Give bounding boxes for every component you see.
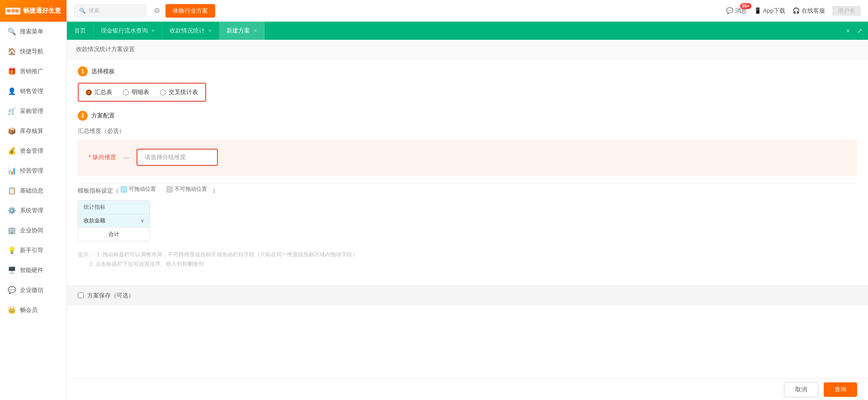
tab-bank-flow[interactable]: 现金银行流水查询×	[94, 22, 162, 40]
cancel-button[interactable]: 取消	[784, 382, 818, 397]
message-item[interactable]: 💬 消息 99+	[726, 7, 747, 15]
tab-close-bank-flow[interactable]: ×	[151, 28, 155, 34]
basic-info-label: 基础信息	[20, 187, 43, 195]
basic-info-icon: 📋	[7, 186, 16, 195]
sidebar-logo: 标准版 畅捷通好生意	[0, 0, 66, 22]
tab-new-plan[interactable]: 新建方案×	[219, 22, 264, 40]
sidebar-item-basic-info[interactable]: 📋 基础信息	[0, 181, 66, 201]
sidebar-item-member[interactable]: 👑 畅会员	[0, 300, 66, 320]
tab-label-collection-stats: 收款情况统计	[170, 27, 205, 35]
guide-label: 新手引导	[20, 246, 43, 254]
stats-table-row: 收款金额 ∨	[78, 214, 150, 227]
page-header: 收款情况统计方案设置	[67, 40, 868, 59]
sidebar-item-marketing[interactable]: 🎁 营销推广	[0, 61, 66, 81]
hardware-icon: 🖥️	[7, 266, 16, 275]
stats-table-header: 统计指标	[78, 201, 150, 214]
quick-nav-icon: 🏠	[7, 47, 16, 56]
query-button[interactable]: 查询	[824, 382, 857, 397]
save-checkbox-label[interactable]: 方案保存（可选）	[87, 292, 134, 300]
dimension-area: 纵向维度 — 请选择分组维度	[78, 140, 857, 176]
sidebar-item-operation[interactable]: 📊 经营管理	[0, 161, 66, 181]
footer-bar: 取消 查询	[67, 378, 868, 400]
tab-home[interactable]: 首页	[67, 22, 94, 40]
inventory-label: 库存核算	[20, 127, 43, 135]
sidebar-item-system[interactable]: ⚙️ 系统管理	[0, 201, 66, 221]
sales-label: 销售管理	[20, 87, 43, 95]
tab-close-collection-stats[interactable]: ×	[208, 28, 212, 34]
template-selection-box: 汇总表 明细表 交叉统计表	[78, 83, 206, 102]
radio-detail-label: 明细表	[132, 88, 149, 96]
enterprise-icon: 🏢	[7, 226, 16, 235]
step1-title: 选择模板	[91, 67, 115, 75]
save-checkbox[interactable]	[78, 292, 84, 298]
message-icon: 💬	[726, 7, 733, 14]
vertical-dim-label: 纵向维度	[89, 153, 116, 161]
radio-cross-input[interactable]	[160, 89, 166, 95]
radio-cross[interactable]: 交叉统计表	[160, 88, 198, 96]
page-header-title: 收款情况统计方案设置	[76, 46, 135, 52]
dimension-label: 汇总维度（必选）	[78, 127, 857, 135]
tips-section: 提示： 1. 拖动标题栏可以调整布局，不可跨维度或指标区域拖动栏目字段（只能在同…	[78, 250, 857, 269]
marketing-label: 营销推广	[20, 67, 43, 75]
expand-window-btn[interactable]: ⤢	[855, 25, 864, 36]
sidebar-item-enterprise[interactable]: 🏢 企业协同	[0, 221, 66, 240]
enterprise-label: 企业协同	[20, 226, 43, 235]
purchase-icon: 🛒	[7, 107, 16, 116]
finance-label: 资金管理	[20, 147, 43, 155]
sidebar-item-search-menu[interactable]: 🔍 搜索菜单	[0, 22, 66, 42]
member-icon: 👑	[7, 306, 16, 315]
topbar: 🔍 搜索 ⚙ 体验行业方案 💬 消息 99+ 📱 App下载 🎧 在线客服 用户…	[67, 0, 868, 22]
tip-1-text: 1. 拖动标题栏可以调整布局，不可跨维度或指标区域拖动栏目字段（只能在同一维度或…	[97, 250, 358, 260]
tab-close-new-plan[interactable]: ×	[254, 28, 257, 34]
industry-btn[interactable]: 体验行业方案	[165, 4, 215, 18]
sidebar: 标准版 畅捷通好生意 🔍 搜索菜单 🏠 快捷导航 🎁 营销推广 👤 销售管理 🛒…	[0, 0, 67, 400]
movable-legend-label: 可拖动位置	[129, 185, 156, 193]
step1-section: 1 选择模板 汇总表 明细表 交叉统计表	[78, 66, 857, 102]
sidebar-item-purchase[interactable]: 🛒 采购管理	[0, 101, 66, 121]
sales-icon: 👤	[7, 87, 16, 96]
stats-row-dropdown[interactable]: ∨	[141, 218, 144, 224]
message-badge: 99+	[740, 3, 751, 9]
tab-collection-stats[interactable]: 收款情况统计×	[162, 22, 219, 40]
radio-summary-input[interactable]	[86, 89, 92, 95]
close-window-btn[interactable]: ×	[844, 25, 852, 36]
marketing-icon: 🎁	[7, 67, 16, 76]
dimension-arrow: —	[123, 154, 129, 161]
indicator-settings-title: 模板指标设定（ 可拖动位置 不可拖动位置 ）	[78, 185, 218, 195]
sidebar-item-inventory[interactable]: 📦 库存核算	[0, 121, 66, 141]
radio-summary-label: 汇总表	[94, 88, 112, 96]
username-item[interactable]: 用户名	[832, 6, 861, 16]
tip-line-2: 2. 点击标题栏下拉可设置排序、插入列和删除列	[78, 259, 857, 269]
search-menu-label: 搜索菜单	[20, 28, 43, 36]
online-service-label: 在线客服	[802, 7, 825, 15]
search-menu-icon: 🔍	[7, 27, 16, 36]
radio-cross-label: 交叉统计表	[169, 88, 198, 96]
tab-label-home: 首页	[74, 27, 86, 35]
topbar-search-box[interactable]: 🔍 搜索	[74, 5, 146, 17]
gear-icon[interactable]: ⚙	[154, 6, 160, 15]
search-icon: 🔍	[79, 8, 86, 14]
logo-text: 畅捷通好生意	[23, 7, 61, 15]
content-area: 收款情况统计方案设置 1 选择模板 汇总表 明细表	[67, 40, 868, 378]
sidebar-item-sales[interactable]: 👤 销售管理	[0, 81, 66, 101]
sidebar-item-finance[interactable]: 💰 资金管理	[0, 141, 66, 161]
logo-badge: 标准版	[5, 8, 20, 14]
sidebar-nav: 🔍 搜索菜单 🏠 快捷导航 🎁 营销推广 👤 销售管理 🛒 采购管理 📦 库存核…	[0, 22, 66, 400]
dimension-select-box[interactable]: 请选择分组维度	[137, 149, 218, 166]
purchase-label: 采购管理	[20, 107, 43, 115]
radio-summary[interactable]: 汇总表	[86, 88, 112, 96]
sidebar-item-wechat[interactable]: 💬 企业微信	[0, 280, 66, 300]
sidebar-item-quick-nav[interactable]: 🏠 快捷导航	[0, 42, 66, 61]
fixed-legend-label: 不可拖动位置	[175, 185, 207, 193]
radio-detail-input[interactable]	[123, 89, 129, 95]
sidebar-item-guide[interactable]: 💡 新手引导	[0, 240, 66, 260]
tabbar: 首页现金银行流水查询×收款情况统计×新建方案× × ⤢	[67, 22, 868, 40]
online-service-item[interactable]: 🎧 在线客服	[793, 7, 825, 15]
topbar-right: 💬 消息 99+ 📱 App下载 🎧 在线客服 用户名	[726, 6, 861, 16]
username-text: 用户名	[832, 6, 861, 16]
sidebar-item-hardware[interactable]: 🖥️ 智能硬件	[0, 260, 66, 280]
online-service-icon: 🎧	[793, 7, 800, 14]
radio-detail[interactable]: 明细表	[123, 88, 149, 96]
app-download-item[interactable]: 📱 App下载	[754, 7, 785, 15]
tip-2-text: 2. 点击标题栏下拉可设置排序、插入列和删除列	[90, 259, 204, 269]
